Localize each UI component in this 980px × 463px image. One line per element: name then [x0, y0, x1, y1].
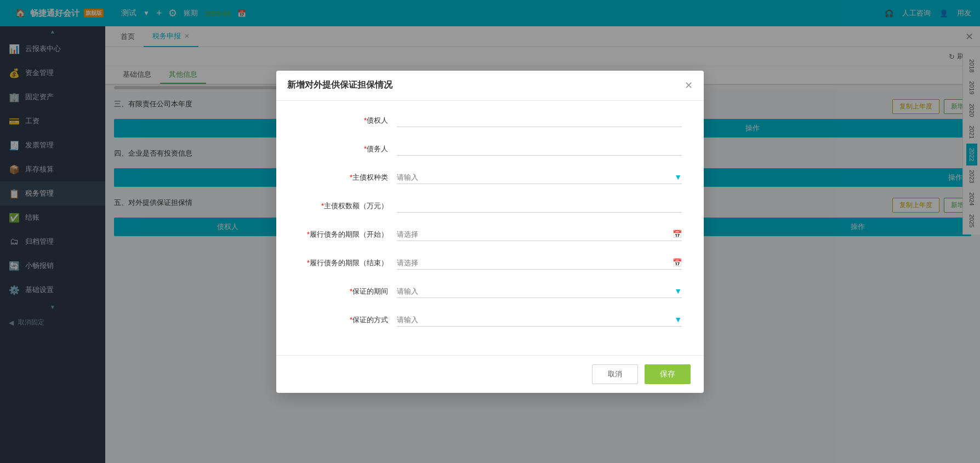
calendar-icon-start[interactable]: 📅: [673, 230, 682, 238]
required-star-gmethod: *: [350, 316, 352, 324]
modal-overlay: 新增对外提供保证担保情况 ✕ *债权人 *债务人 *主债权种类: [0, 0, 980, 463]
modal-body: *债权人 *债务人 *主债权种类 ▼: [276, 101, 704, 355]
form-row-creditor-type: *主债权种类 ▼: [298, 171, 682, 184]
modal-add-guarantee: 新增对外提供保证担保情况 ✕ *债权人 *债务人 *主债权种类: [276, 71, 704, 393]
chevron-down-icon-gmethod[interactable]: ▼: [674, 315, 682, 324]
form-row-creditor-amount: *主债权数额（万元）: [298, 199, 682, 213]
form-row-guarantee-method: *保证的方式 ▼: [298, 313, 682, 327]
label-start-date: *履行债务的期限（开始）: [298, 230, 397, 239]
chevron-down-icon-ctype[interactable]: ▼: [674, 173, 682, 181]
required-star-creditor: *: [364, 116, 367, 124]
label-creditor-amount: *主债权数额（万元）: [298, 201, 397, 211]
form-row-end-date: *履行债务的期限（结束） 📅: [298, 256, 682, 270]
label-creditor-type: *主债权种类: [298, 173, 397, 182]
required-star-gperiod: *: [350, 287, 352, 295]
input-guarantee-period[interactable]: [397, 285, 674, 298]
form-row-guarantee-period: *保证的期间 ▼: [298, 285, 682, 298]
date-wrap-end: 📅: [397, 256, 682, 270]
input-guarantee-method[interactable]: [397, 313, 674, 326]
modal-title: 新增对外提供保证担保情况: [287, 79, 392, 91]
input-debtor[interactable]: [397, 142, 682, 156]
calendar-icon-end[interactable]: 📅: [673, 258, 682, 267]
select-wrap-guarantee-period: ▼: [397, 285, 682, 298]
input-creditor[interactable]: [397, 114, 682, 127]
label-guarantee-method: *保证的方式: [298, 315, 397, 325]
input-start-date[interactable]: [397, 228, 673, 241]
label-creditor: *债权人: [298, 116, 397, 125]
modal-header: 新增对外提供保证担保情况 ✕: [276, 71, 704, 101]
select-wrap-creditor-type: ▼: [397, 171, 682, 184]
required-star-end: *: [307, 259, 310, 267]
cancel-button[interactable]: 取消: [592, 364, 638, 384]
label-end-date: *履行债务的期限（结束）: [298, 258, 397, 268]
required-star-start: *: [307, 230, 310, 238]
form-row-start-date: *履行债务的期限（开始） 📅: [298, 228, 682, 241]
label-guarantee-period: *保证的期间: [298, 287, 397, 296]
modal-close-button[interactable]: ✕: [685, 79, 693, 92]
required-star-debtor: *: [364, 145, 367, 153]
modal-footer: 取消 保存: [276, 355, 704, 393]
required-star-amount: *: [321, 202, 324, 210]
input-creditor-type[interactable]: [397, 171, 674, 184]
chevron-down-icon-gperiod[interactable]: ▼: [674, 287, 682, 295]
form-row-creditor: *债权人: [298, 114, 682, 127]
input-creditor-amount[interactable]: [397, 199, 682, 213]
input-end-date[interactable]: [397, 256, 673, 269]
required-star-ctype: *: [350, 173, 352, 181]
save-button[interactable]: 保存: [645, 364, 691, 384]
date-wrap-start: 📅: [397, 228, 682, 241]
select-wrap-guarantee-method: ▼: [397, 313, 682, 327]
form-row-debtor: *债务人: [298, 142, 682, 156]
label-debtor: *债务人: [298, 144, 397, 154]
